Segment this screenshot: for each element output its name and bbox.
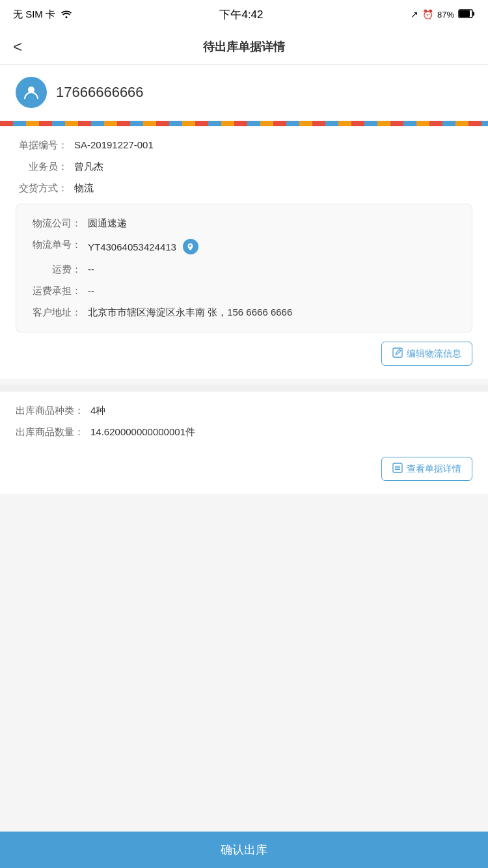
product-qty-label: 出库商品数量： <box>16 426 84 439</box>
svg-rect-4 <box>393 348 402 357</box>
battery-label: 87% <box>437 10 454 20</box>
sales-person-value: 曾凡杰 <box>74 161 472 173</box>
address-label: 客户地址： <box>29 306 81 319</box>
edit-icon <box>392 347 403 360</box>
tracking-no-row: 物流单号： YT43064053424413 <box>29 239 459 254</box>
avatar <box>16 77 47 108</box>
section-divider <box>0 385 488 392</box>
dashed-separator <box>0 121 488 126</box>
delivery-method-value: 物流 <box>74 182 472 195</box>
view-detail-button[interactable]: 查看单据详情 <box>381 457 472 481</box>
edit-logistics-label: 编辑物流信息 <box>407 348 461 360</box>
product-types-row: 出库商品种类： 4种 <box>16 405 472 417</box>
tracking-number-text: YT43064053424413 <box>88 241 176 252</box>
status-bar-time: 下午4:42 <box>219 7 263 22</box>
page-title: 待出库单据详情 <box>203 39 285 55</box>
wifi-icon <box>61 9 72 20</box>
delivery-method-label: 交货方式： <box>16 182 68 195</box>
address-value: 北京市市辖区海淀区永丰南 张，156 6666 6666 <box>88 306 459 319</box>
tracking-no-value: YT43064053424413 <box>88 239 459 254</box>
product-types-label: 出库商品种类： <box>16 405 84 417</box>
sales-person-label: 业务员： <box>16 161 68 173</box>
edit-logistics-button[interactable]: 编辑物流信息 <box>381 342 472 366</box>
nav-bar: < 待出库单据详情 <box>0 29 488 65</box>
battery-icon <box>458 9 475 20</box>
product-qty-value: 14.620000000000001件 <box>90 426 195 439</box>
order-no-row: 单据编号： SA-20191227-001 <box>16 139 472 152</box>
status-bar-left: 无 SIM 卡 <box>13 8 72 21</box>
logistics-company-label: 物流公司： <box>29 217 81 230</box>
logistics-company-row: 物流公司： 圆通速递 <box>29 217 459 230</box>
confirm-btn-container: 确认出库 <box>0 832 488 868</box>
user-phone: 17666666666 <box>56 84 144 101</box>
location-icon: ↗ <box>411 9 418 20</box>
location-pin-icon[interactable] <box>183 239 198 254</box>
address-row: 客户地址： 北京市市辖区海淀区永丰南 张，156 6666 6666 <box>29 306 459 319</box>
user-card: 17666666666 <box>0 65 488 120</box>
sales-person-row: 业务员： 曾凡杰 <box>16 161 472 173</box>
back-button[interactable]: < <box>13 38 22 56</box>
edit-btn-container: 编辑物流信息 <box>16 332 472 366</box>
svg-rect-2 <box>459 10 470 17</box>
status-bar-right: ↗ ⏰ 87% <box>411 9 475 20</box>
carrier-label: 无 SIM 卡 <box>13 8 55 21</box>
delivery-method-row: 交货方式： 物流 <box>16 182 472 195</box>
freight-label: 运费： <box>29 264 81 276</box>
alarm-icon: ⏰ <box>422 9 433 20</box>
freight-bearer-value: -- <box>88 285 459 296</box>
product-qty-row: 出库商品数量： 14.620000000000001件 <box>16 426 472 439</box>
tracking-no-label: 物流单号： <box>29 239 81 251</box>
view-detail-label: 查看单据详情 <box>407 463 461 475</box>
outbound-section: 出库商品种类： 4种 出库商品数量： 14.620000000000001件 查… <box>0 392 488 494</box>
svg-rect-1 <box>472 12 474 16</box>
freight-value: -- <box>88 264 459 275</box>
freight-bearer-row: 运费承担： -- <box>29 285 459 297</box>
view-btn-container: 查看单据详情 <box>16 448 472 481</box>
bottom-spacer <box>0 494 488 546</box>
logistics-card: 物流公司： 圆通速递 物流单号： YT43064053424413 运费： --… <box>16 204 472 332</box>
status-bar: 无 SIM 卡 下午4:42 ↗ ⏰ 87% <box>0 0 488 29</box>
order-no-label: 单据编号： <box>16 139 68 152</box>
logistics-company-value: 圆通速递 <box>88 217 459 230</box>
confirm-outbound-button[interactable]: 确认出库 <box>221 842 267 858</box>
order-info-section: 单据编号： SA-20191227-001 业务员： 曾凡杰 交货方式： 物流 … <box>0 126 488 379</box>
freight-row: 运费： -- <box>29 264 459 276</box>
order-no-value: SA-20191227-001 <box>74 139 472 150</box>
freight-bearer-label: 运费承担： <box>29 285 81 297</box>
list-icon <box>392 463 403 475</box>
product-types-value: 4种 <box>90 405 105 417</box>
